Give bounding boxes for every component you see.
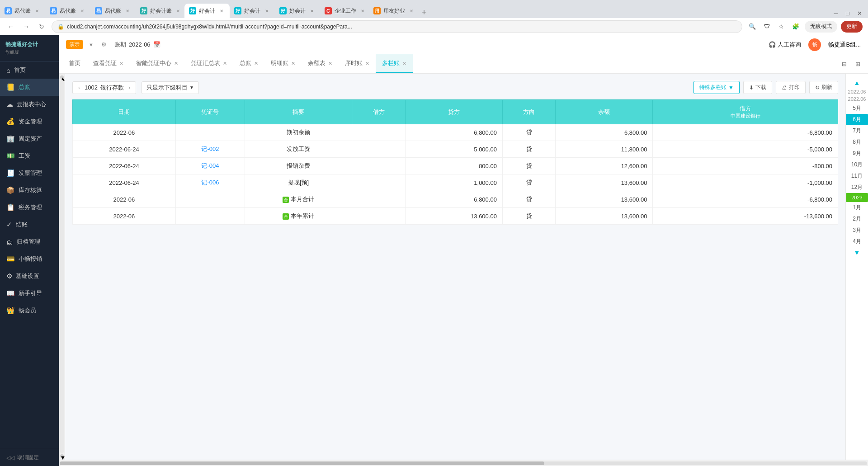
sidebar-item-fund[interactable]: 💰 资金管理 [0,113,59,130]
sidebar-item-inventory[interactable]: 📦 库存核算 [0,182,59,199]
tab-close-view-voucher[interactable]: ✕ [119,61,123,66]
settings-gear-icon[interactable]: ⚙ [99,40,109,50]
timeline-month-7[interactable]: 7月 [846,125,868,137]
tab-close-smart-voucher[interactable]: ✕ [174,61,178,66]
voucher-no-cell[interactable]: 记-002 [175,141,245,158]
stealth-mode-button[interactable]: 无痕模式 [805,21,837,33]
sidebar-item-archive[interactable]: 🗂 归档管理 [0,233,59,250]
special-column-button[interactable]: 特殊多栏账 ▼ [693,81,740,94]
tab-close-7[interactable]: ✕ [310,9,314,14]
timeline-month-4[interactable]: 4月 [846,236,868,247]
timeline-month-10[interactable]: 10月 [846,159,868,170]
timeline-month-9[interactable]: 9月 [846,148,868,159]
tab-smart-voucher[interactable]: 智能凭证中心 ✕ [130,54,184,73]
tab-close-3[interactable]: ✕ [126,9,129,14]
sidebar-item-invoice[interactable]: 🧾 发票管理 [0,165,59,182]
tab-close-1[interactable]: ✕ [35,9,39,14]
browser-tab-2[interactable]: 易 易代账 ✕ [45,4,90,18]
timeline-up-arrow[interactable]: ▲ [854,79,860,86]
browser-tab-7[interactable]: 好 好会计 ✕ [275,4,320,18]
scroll-up-button[interactable]: ▲ [60,75,64,79]
account-prev-button[interactable]: ‹ [76,85,82,91]
tab-detail-ledger[interactable]: 明细账 ✕ [264,54,302,73]
tab-close-5[interactable]: ✕ [220,9,223,14]
sidebar-item-guide[interactable]: 📖 新手引导 [0,285,59,302]
timeline-month-2[interactable]: 2月 [846,213,868,225]
sidebar-item-cloud-report[interactable]: ☁ 云报表中心 [0,96,59,113]
sidebar-item-fixed-asset[interactable]: 🏢 固定资产 [0,130,59,147]
tab-close-9[interactable]: ✕ [410,9,413,14]
extension-icon[interactable]: 🧩 [790,21,801,32]
refresh-button[interactable]: ↻ [36,21,47,32]
sidebar-item-home[interactable]: ⌂ 首页 [0,61,59,79]
tab-close-2[interactable]: ✕ [80,9,84,14]
tab-close-general-ledger[interactable]: ✕ [254,61,258,66]
tab-close-sequence-ledger[interactable]: ✕ [365,61,369,66]
collapse-panel-button[interactable]: ⊟ [837,57,851,71]
tab-close-8[interactable]: ✕ [361,9,364,14]
url-bar[interactable]: 🔒 cloud2.chanjet.com/accounting/uh26t264… [52,20,742,33]
timeline-month-3[interactable]: 3月 [846,225,868,236]
scroll-thumb-h[interactable] [60,461,544,465]
sidebar-item-close[interactable]: ✓ 结账 [0,216,59,233]
window-minimize[interactable]: ─ [831,8,841,18]
tab-home[interactable]: 首页 [62,54,87,73]
tab-balance-table[interactable]: 余额表 ✕ [302,54,339,73]
voucher-no-cell[interactable]: 记-004 [175,158,245,174]
sidebar-item-tax[interactable]: 📋 税务管理 [0,199,59,216]
refresh-button[interactable]: ↻ 刷新 [809,81,838,94]
tab-close-detail-ledger[interactable]: ✕ [291,61,295,66]
search-icon[interactable]: 🔍 [747,21,758,32]
tab-close-6[interactable]: ✕ [265,9,269,14]
timeline-month-5[interactable]: 5月 [846,103,868,114]
cancel-pin-button[interactable]: ◁◁ 取消固定 [0,449,59,466]
window-maximize[interactable]: □ [843,8,853,18]
browser-tab-6[interactable]: 好 好会计 ✕ [230,4,275,18]
sidebar-item-settings[interactable]: ⚙ 基础设置 [0,268,59,285]
tab-multi-column[interactable]: 多栏账 ✕ [376,54,413,73]
timeline-down-arrow[interactable]: ▼ [854,249,860,256]
browser-tab-3[interactable]: 易 易代账 ✕ [90,4,136,18]
window-close[interactable]: ✕ [854,8,864,18]
timeline-month-12[interactable]: 12月 [846,182,868,193]
sidebar-item-member[interactable]: 👑 畅会员 [0,302,59,319]
sub-account-filter[interactable]: 只显示下级科目 ▼ [142,81,199,94]
tab-close-4[interactable]: ✕ [176,9,180,14]
browser-tab-4[interactable]: 好 好会计账 ✕ [136,4,184,18]
timeline-month-11[interactable]: 11月 [846,170,868,182]
tab-view-voucher[interactable]: 查看凭证 ✕ [87,54,130,73]
vertical-scrollbar[interactable]: ▲ ▼ [59,74,65,460]
sidebar-item-ledger[interactable]: 📒 总账 [0,79,59,96]
sidebar-item-salary[interactable]: 💵 工资 [0,147,59,165]
scroll-down-button[interactable]: ▼ [60,454,64,458]
tab-close-multi-column[interactable]: ✕ [402,61,406,66]
user-avatar[interactable]: 畅 [808,38,821,51]
bookmark-icon[interactable]: ☆ [776,21,787,32]
account-next-button[interactable]: › [127,85,132,91]
back-button[interactable]: ← [5,21,16,32]
shield-icon[interactable]: 🛡 [761,21,772,32]
demo-badge[interactable]: 演示 [66,40,83,49]
calendar-icon[interactable]: 📅 [153,41,160,48]
timeline-month-8[interactable]: 8月 [846,137,868,148]
timeline-month-6[interactable]: 6月 [846,114,868,125]
forward-button[interactable]: → [21,21,32,32]
tab-voucher-summary[interactable]: 凭证汇总表 ✕ [184,54,233,73]
customer-service-button[interactable]: 🎧 人工咨询 [769,41,801,49]
update-button[interactable]: 更新 [841,21,863,33]
download-button[interactable]: ⬇ 下载 [743,81,772,94]
print-button[interactable]: 🖨 打印 [776,81,806,94]
expand-panel-button[interactable]: ⊞ [851,57,864,71]
sidebar-item-expense[interactable]: 💳 小畅报销 [0,250,59,268]
browser-tab-5[interactable]: 好 好会计 ✕ [184,4,230,18]
timeline-year-2023[interactable]: 2023 [846,193,868,202]
timeline-month-1[interactable]: 1月 [846,202,868,213]
browser-tab-1[interactable]: 易 易代账 ✕ [0,4,45,18]
demo-dropdown-icon[interactable]: ▼ [89,42,94,47]
voucher-no-cell[interactable]: 记-006 [175,174,245,191]
browser-tab-8[interactable]: C 企业工作 ✕ [320,4,369,18]
browser-tab-9[interactable]: 用 用友好业 ✕ [369,4,418,18]
tab-sequence-ledger[interactable]: 序时账 ✕ [339,54,376,73]
tab-general-ledger[interactable]: 总账 ✕ [233,54,264,73]
horizontal-scrollbar[interactable] [59,460,868,466]
